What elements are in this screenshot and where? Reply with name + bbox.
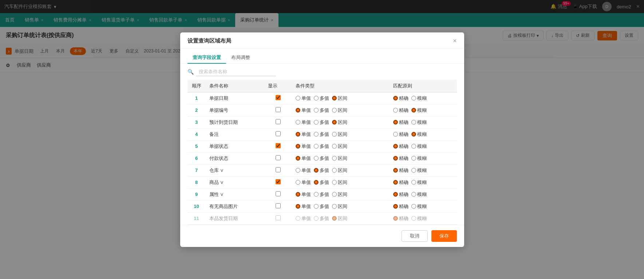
type-option-多值-3[interactable]: 多值 — [314, 119, 329, 126]
type-radio-单值-11[interactable] — [296, 216, 300, 221]
type-option-多值-8[interactable]: 多值 — [314, 179, 329, 186]
match-option-模糊-1[interactable]: 模糊 — [411, 95, 427, 102]
display-checkbox-8[interactable] — [276, 179, 281, 184]
type-option-单值-7[interactable]: 单值 — [296, 167, 311, 174]
match-radio-精确-11[interactable] — [393, 216, 398, 221]
row-display-2[interactable] — [264, 104, 292, 116]
match-radio-精确-2[interactable] — [393, 108, 398, 113]
match-radio-模糊-9[interactable] — [411, 192, 416, 197]
match-radio-模糊-10[interactable] — [411, 204, 416, 209]
match-option-模糊-7[interactable]: 模糊 — [411, 167, 427, 174]
type-option-区间-8[interactable]: 区间 — [332, 179, 347, 186]
match-option-模糊-5[interactable]: 模糊 — [411, 143, 427, 150]
match-radio-模糊-7[interactable] — [411, 168, 416, 173]
match-radio-模糊-3[interactable] — [411, 120, 416, 125]
type-option-多值-10[interactable]: 多值 — [314, 203, 329, 210]
row-display-5[interactable] — [264, 140, 292, 152]
type-option-单值-8[interactable]: 单值 — [296, 179, 311, 186]
match-option-精确-8[interactable]: 精确 — [393, 179, 408, 186]
type-option-多值-9[interactable]: 多值 — [314, 191, 329, 198]
row-display-7[interactable] — [264, 164, 292, 176]
type-radio-区间-10[interactable] — [332, 204, 337, 209]
display-checkbox-2[interactable] — [276, 107, 281, 112]
match-option-模糊-6[interactable]: 模糊 — [411, 155, 427, 162]
match-radio-模糊-1[interactable] — [411, 96, 416, 101]
match-option-精确-5[interactable]: 精确 — [393, 143, 408, 150]
type-option-区间-11[interactable]: 区间 — [332, 215, 347, 222]
type-radio-多值-4[interactable] — [314, 132, 319, 137]
type-radio-区间-3[interactable] — [332, 120, 337, 125]
type-radio-多值-9[interactable] — [314, 192, 319, 197]
display-checkbox-5[interactable] — [276, 143, 281, 148]
match-option-精确-9[interactable]: 精确 — [393, 191, 408, 198]
type-option-区间-2[interactable]: 区间 — [332, 107, 347, 114]
cancel-btn[interactable]: 取消 — [402, 230, 428, 242]
tab-query-fields[interactable]: 查询字段设置 — [187, 52, 226, 64]
type-radio-单值-6[interactable] — [296, 156, 300, 161]
display-checkbox-3[interactable] — [276, 119, 281, 124]
match-option-模糊-8[interactable]: 模糊 — [411, 179, 427, 186]
match-radio-精确-8[interactable] — [393, 180, 398, 185]
row-display-9[interactable] — [264, 188, 292, 200]
type-option-单值-11[interactable]: 单值 — [296, 215, 311, 222]
type-radio-多值-10[interactable] — [314, 204, 319, 209]
search-input[interactable] — [196, 67, 276, 76]
match-radio-精确-4[interactable] — [393, 132, 398, 137]
type-radio-区间-8[interactable] — [332, 180, 337, 185]
type-option-区间-7[interactable]: 区间 — [332, 167, 347, 174]
match-radio-精确-9[interactable] — [393, 192, 398, 197]
match-radio-模糊-11[interactable] — [411, 216, 416, 221]
display-checkbox-10[interactable] — [276, 203, 281, 208]
type-option-多值-7[interactable]: 多值 — [314, 167, 329, 174]
type-radio-区间-2[interactable] — [332, 108, 337, 113]
type-option-单值-4[interactable]: 单值 — [296, 131, 311, 138]
type-radio-单值-5[interactable] — [296, 144, 300, 149]
match-option-精确-10[interactable]: 精确 — [393, 203, 408, 210]
row-display-3[interactable] — [264, 116, 292, 128]
match-radio-精确-1[interactable] — [393, 96, 398, 101]
row-display-1[interactable] — [264, 92, 292, 104]
type-radio-多值-2[interactable] — [314, 108, 319, 113]
type-option-多值-6[interactable]: 多值 — [314, 155, 329, 162]
match-radio-精确-3[interactable] — [393, 120, 398, 125]
type-radio-多值-3[interactable] — [314, 120, 319, 125]
type-radio-区间-4[interactable] — [332, 132, 337, 137]
type-radio-区间-9[interactable] — [332, 192, 337, 197]
type-option-多值-11[interactable]: 多值 — [314, 215, 329, 222]
match-option-精确-6[interactable]: 精确 — [393, 155, 408, 162]
display-checkbox-9[interactable] — [276, 191, 281, 196]
match-option-精确-4[interactable]: 精确 — [393, 131, 408, 138]
match-option-模糊-10[interactable]: 模糊 — [411, 203, 427, 210]
type-radio-单值-2[interactable] — [296, 108, 300, 113]
match-option-精确-1[interactable]: 精确 — [393, 95, 408, 102]
type-option-区间-1[interactable]: 区间 — [332, 95, 347, 102]
match-option-精确-3[interactable]: 精确 — [393, 119, 408, 126]
save-btn[interactable]: 保存 — [431, 230, 457, 242]
row-display-8[interactable] — [264, 176, 292, 188]
match-option-模糊-9[interactable]: 模糊 — [411, 191, 427, 198]
display-checkbox-1[interactable] — [276, 95, 281, 100]
type-option-多值-2[interactable]: 多值 — [314, 107, 329, 114]
type-radio-单值-4[interactable] — [296, 132, 300, 137]
type-option-区间-6[interactable]: 区间 — [332, 155, 347, 162]
row-display-6[interactable] — [264, 152, 292, 164]
match-radio-模糊-4[interactable] — [411, 132, 416, 137]
type-option-单值-9[interactable]: 单值 — [296, 191, 311, 198]
type-radio-多值-1[interactable] — [314, 96, 319, 101]
match-radio-精确-10[interactable] — [393, 204, 398, 209]
match-radio-精确-7[interactable] — [393, 168, 398, 173]
type-radio-单值-9[interactable] — [296, 192, 300, 197]
match-radio-模糊-5[interactable] — [411, 144, 416, 149]
type-option-多值-4[interactable]: 多值 — [314, 131, 329, 138]
match-radio-模糊-8[interactable] — [411, 180, 416, 185]
type-radio-单值-3[interactable] — [296, 120, 300, 125]
type-radio-单值-8[interactable] — [296, 180, 300, 185]
match-option-精确-11[interactable]: 精确 — [393, 215, 408, 222]
type-option-区间-10[interactable]: 区间 — [332, 203, 347, 210]
display-checkbox-11[interactable] — [276, 215, 281, 220]
row-display-4[interactable] — [264, 128, 292, 140]
match-radio-模糊-2[interactable] — [411, 108, 416, 113]
type-option-多值-1[interactable]: 多值 — [314, 95, 329, 102]
type-radio-多值-7[interactable] — [314, 168, 319, 173]
type-option-单值-10[interactable]: 单值 — [296, 203, 311, 210]
